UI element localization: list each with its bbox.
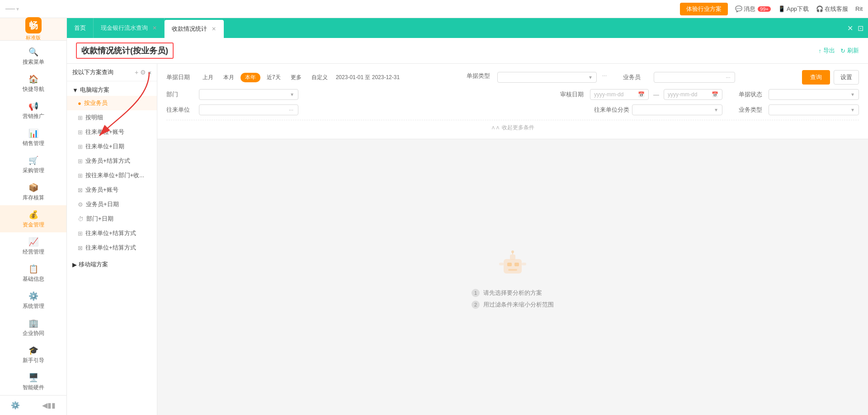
collapse-btn[interactable]: ◀▮▮: [38, 399, 59, 411]
collapse-panel-btn[interactable]: «: [148, 69, 151, 76]
tree-item-by-salesperson[interactable]: ● 按业务员: [67, 96, 157, 110]
tab-receivable-close[interactable]: ✕: [212, 26, 216, 32]
sidebar-item-inventory[interactable]: 📦 库存核算: [0, 178, 66, 205]
counterpart-more-btn[interactable]: ···: [289, 107, 293, 113]
doc-status-label: 单据状态: [739, 90, 766, 99]
sidebar-item-sales[interactable]: 📊 销售管理: [0, 124, 66, 151]
hardware-icon: 🖥️: [28, 373, 38, 382]
date-tab-custom[interactable]: 自定义: [308, 73, 331, 82]
export-btn[interactable]: ↑ 导出: [819, 47, 835, 55]
hint-item-1: 1 请先选择要分析的方案: [472, 289, 554, 297]
date-tab-7days[interactable]: 近7天: [263, 73, 284, 82]
date-tab-this-year[interactable]: 本年: [241, 73, 260, 82]
close-window-btn[interactable]: ✕: [847, 24, 853, 33]
collapse-more-btn[interactable]: ∧∧ 收起更多条件: [166, 120, 859, 135]
empty-illustration: [495, 245, 531, 282]
tree-desktop-group[interactable]: ▼ 电脑端方案: [67, 83, 157, 96]
sidebar-item-operations[interactable]: 📈 经营管理: [0, 232, 66, 259]
add-scheme-btn[interactable]: +: [135, 69, 138, 76]
date-tab-this-month[interactable]: 本月: [220, 73, 238, 82]
sidebar-item-base[interactable]: 📋 基础信息: [0, 259, 66, 287]
tree-item-salesperson-date[interactable]: ⚙ 业务员+日期: [67, 197, 157, 212]
sidebar-item-quick-nav[interactable]: 🏠 快捷导航: [0, 70, 66, 97]
clock-icon: ⏱: [78, 216, 84, 222]
counterpart-class-chevron: ▾: [715, 107, 717, 113]
svg-rect-0: [504, 259, 522, 274]
sidebar-logo: 畅 标准版: [0, 18, 66, 41]
salesperson-chevron: ···: [726, 74, 730, 80]
biz-type-select[interactable]: ▾: [769, 104, 859, 115]
tree-mobile-group[interactable]: ▶ 移动端方案: [67, 258, 157, 270]
tree-item-counterpart-date[interactable]: ⊞ 往来单位+日期: [67, 139, 157, 154]
app-download[interactable]: 📱 App下载: [778, 5, 809, 13]
sidebar-item-enterprise[interactable]: 🏢 企业协同: [0, 314, 66, 341]
tree-item-salesperson-settlement[interactable]: ⊞ 业务员+结算方式: [67, 154, 157, 168]
doc-type-label: 单据类型: [467, 72, 494, 83]
maximize-btn[interactable]: ⊡: [858, 24, 863, 33]
biz-type-field: 业务类型 ▾: [739, 104, 859, 115]
settings-bottom-btn[interactable]: ⚙️: [7, 399, 24, 411]
biz-type-label: 业务类型: [739, 106, 766, 114]
message-area[interactable]: 💬 消息 99+: [735, 5, 771, 13]
page-actions: ↑ 导出 ↻ 刷新: [819, 47, 859, 55]
collapse-label: 收起更多条件: [502, 124, 534, 131]
table-icon: ⊞: [78, 172, 83, 179]
tree-item-dept-date[interactable]: ⏱ 部门+日期: [67, 212, 157, 226]
review-date-to[interactable]: yyyy-mm-dd 📅: [664, 89, 722, 100]
dept-select[interactable]: ▾: [199, 89, 298, 100]
doc-type-select[interactable]: ▾: [497, 72, 597, 83]
filter-actions: 查询 设置: [802, 70, 859, 85]
home-icon: 🏠: [28, 74, 38, 84]
date-range: 2023-01-01 至 2023-12-31: [336, 74, 400, 81]
date-tab-more[interactable]: 更多: [287, 73, 305, 82]
tab-bank[interactable]: 现金银行流水查询 ✕: [94, 18, 165, 38]
review-date-from[interactable]: yyyy-mm-dd 📅: [590, 89, 649, 100]
svg-rect-4: [510, 255, 515, 260]
base-icon: 📋: [28, 264, 38, 274]
sidebar-item-guide[interactable]: 🎓 新手引导: [0, 341, 66, 368]
finance-icon: 💰: [28, 210, 38, 220]
tree-item-label: 按明细: [85, 113, 103, 122]
doc-type-chevron: ▾: [589, 74, 592, 80]
sidebar-item-finance[interactable]: 💰 资金管理: [0, 205, 66, 232]
tab-bar: 首页 现金银行流水查询 ✕ 收款情况统计 ✕ ✕ ⊡: [67, 18, 868, 38]
doc-type-more-btn[interactable]: ···: [602, 72, 607, 83]
salesperson-select[interactable]: ···: [654, 72, 735, 83]
tab-bank-close[interactable]: ✕: [152, 25, 157, 31]
hint-num-1: 1: [472, 289, 480, 297]
sidebar-item-marketing[interactable]: 📢 营销推广: [0, 97, 66, 124]
sidebar-item-purchase[interactable]: 🛒 采购管理: [0, 151, 66, 178]
query-btn[interactable]: 查询: [802, 70, 830, 85]
counterpart-class-select[interactable]: ▾: [632, 104, 722, 115]
tree-item-by-detail[interactable]: ⊞ 按明细: [67, 110, 157, 125]
tree-item-counterpart-settlement1[interactable]: ⊞ 往来单位+结算方式: [67, 226, 157, 241]
sidebar-item-hardware[interactable]: 🖥️ 智能硬件: [0, 368, 66, 395]
counterpart-label: 往来单位: [166, 106, 193, 114]
panel-actions: + ⚙ «: [135, 69, 151, 76]
counterpart-select[interactable]: ···: [199, 104, 298, 115]
doc-status-select[interactable]: ▾: [769, 89, 859, 100]
tab-receivable[interactable]: 收款情况统计 ✕: [165, 20, 224, 38]
tab-bar-right: ✕ ⊡: [847, 24, 868, 33]
tree-item-counterpart-settlement2[interactable]: ⊠ 往来单位+结算方式: [67, 241, 157, 255]
sidebar-item-search[interactable]: 🔍 搜索菜单: [0, 42, 66, 70]
user-name[interactable]: Rit: [855, 5, 863, 12]
try-industry-btn[interactable]: 体验行业方案: [680, 3, 728, 15]
tab-home[interactable]: 首页: [67, 18, 94, 38]
tree-item-salesperson-account[interactable]: ⊠ 业务员+账号: [67, 183, 157, 197]
empty-area: 1 请先选择要分析的方案 2 用过滤条件来缩小分析范围: [157, 139, 868, 415]
tree-item-counterpart-account[interactable]: ⊞ 往来单位+账号: [67, 125, 157, 139]
online-service[interactable]: 🎧 在线客服: [816, 5, 848, 13]
settings-btn[interactable]: 设置: [834, 70, 859, 85]
sidebar-item-system[interactable]: ⚙️ 系统管理: [0, 287, 66, 314]
scheme-settings-btn[interactable]: ⚙: [140, 69, 146, 76]
content: 按以下方案查询 + ⚙ « ▼ 电脑端方案 ● 按业务员: [67, 64, 868, 415]
purchase-icon: 🛒: [28, 156, 38, 165]
hint-text-2: 用过滤条件来缩小分析范围: [483, 301, 554, 309]
tree-item-counterpart-dept[interactable]: ⊞ 按往来单位+部门+收...: [67, 168, 157, 183]
refresh-btn[interactable]: ↻ 刷新: [840, 47, 859, 55]
date-tab-last-month[interactable]: 上月: [199, 73, 217, 82]
calendar-icon-from: 📅: [638, 91, 645, 98]
date-from-value: yyyy-mm-dd: [594, 91, 623, 98]
tree-item-label: 往来单位+结算方式: [85, 229, 136, 237]
